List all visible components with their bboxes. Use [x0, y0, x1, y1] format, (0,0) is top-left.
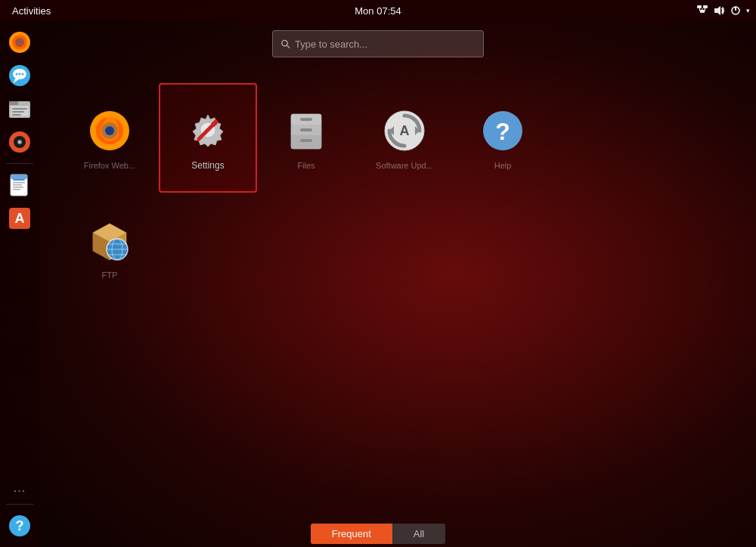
svg-rect-25 — [12, 114, 21, 116]
dock-item-rhythmbox[interactable] — [5, 127, 35, 157]
settings-app-label: Settings — [191, 160, 224, 171]
dock-item-appstore[interactable]: A — [5, 203, 35, 233]
svg-text:?: ? — [495, 118, 510, 145]
appstore-icon: A — [6, 205, 33, 232]
ftp-app-icon — [85, 216, 134, 264]
files-app-label: Files — [297, 161, 314, 170]
dock-item-messaging[interactable] — [5, 60, 35, 91]
volume-icon[interactable] — [713, 5, 725, 17]
dock-item-files[interactable] — [5, 94, 35, 124]
svg-point-19 — [22, 73, 24, 76]
search-input[interactable] — [295, 39, 476, 50]
app-row-2: FTP — [60, 193, 741, 302]
svg-rect-56 — [300, 118, 312, 121]
activities-button[interactable]: Activities — [6, 0, 57, 21]
svg-rect-36 — [13, 189, 20, 190]
svg-rect-6 — [699, 11, 702, 11]
svg-rect-32 — [13, 179, 25, 181]
updater-app-icon: A — [380, 107, 429, 155]
settings-app-icon — [184, 106, 232, 154]
svg-marker-8 — [714, 6, 720, 15]
help-app-icon: ? — [479, 107, 527, 155]
svg-text:A: A — [400, 123, 410, 138]
help-app-label: Help — [494, 161, 512, 170]
svg-point-42 — [282, 40, 287, 45]
rhythmbox-icon — [6, 128, 33, 156]
topbar-system-icons: ▾ — [696, 5, 750, 17]
ftp-app-label: FTP — [102, 270, 118, 280]
network-icon[interactable] — [696, 5, 708, 17]
dock-more-button[interactable]: ··· — [14, 484, 26, 498]
bottom-tabs: Frequent All — [0, 520, 756, 547]
dock-item-firefox[interactable] — [5, 27, 35, 57]
search-bar[interactable] — [272, 30, 484, 57]
svg-line-43 — [287, 45, 290, 48]
clock: Mon 07:54 — [355, 5, 401, 17]
svg-rect-3 — [702, 8, 703, 10]
svg-rect-21 — [9, 101, 18, 105]
power-dropdown-icon[interactable]: ▾ — [746, 7, 750, 14]
svg-rect-24 — [12, 111, 24, 113]
svg-point-17 — [16, 73, 18, 76]
dock-separator — [6, 163, 33, 164]
writer-icon — [6, 172, 33, 199]
files-app-icon — [282, 107, 330, 155]
firefox-app-label: Firefox Web... — [84, 161, 135, 170]
svg-point-47 — [105, 126, 114, 135]
tab-frequent[interactable]: Frequent — [311, 524, 392, 544]
svg-rect-23 — [12, 108, 27, 110]
svg-text:A: A — [15, 211, 25, 226]
app-grid: Firefox Web... Settings — [45, 76, 756, 509]
svg-rect-35 — [13, 187, 23, 188]
topbar: Activities Mon 07:54 — [0, 0, 756, 21]
app-item-help[interactable]: ? Help — [454, 83, 552, 193]
app-item-firefox[interactable]: Firefox Web... — [60, 83, 159, 193]
svg-rect-57 — [300, 128, 312, 131]
app-row-1: Firefox Web... Settings — [60, 83, 741, 193]
dock-separator-2 — [6, 504, 33, 505]
svg-rect-58 — [300, 139, 312, 142]
firefox-app-icon — [85, 107, 134, 155]
app-item-ftp[interactable]: FTP — [60, 193, 159, 302]
svg-point-18 — [19, 73, 21, 76]
svg-rect-37 — [11, 175, 27, 179]
updater-app-label: Software Upd... — [376, 161, 433, 170]
svg-rect-0 — [697, 5, 702, 8]
svg-rect-34 — [13, 184, 22, 186]
tab-all[interactable]: All — [392, 524, 445, 544]
firefox-icon — [6, 29, 33, 56]
svg-rect-7 — [702, 11, 705, 11]
app-item-files[interactable]: Files — [257, 83, 355, 193]
app-item-settings[interactable]: Settings — [159, 83, 257, 193]
svg-rect-33 — [13, 182, 25, 184]
files-icon — [6, 95, 33, 122]
empathy-icon — [6, 62, 33, 89]
power-icon[interactable] — [730, 5, 742, 17]
svg-point-29 — [19, 141, 21, 144]
svg-rect-1 — [703, 5, 708, 8]
dock-item-writer[interactable] — [5, 170, 35, 200]
dock: A ··· ? — [0, 21, 39, 547]
search-icon — [280, 39, 290, 49]
app-item-updater[interactable]: A Software Upd... — [355, 83, 454, 193]
